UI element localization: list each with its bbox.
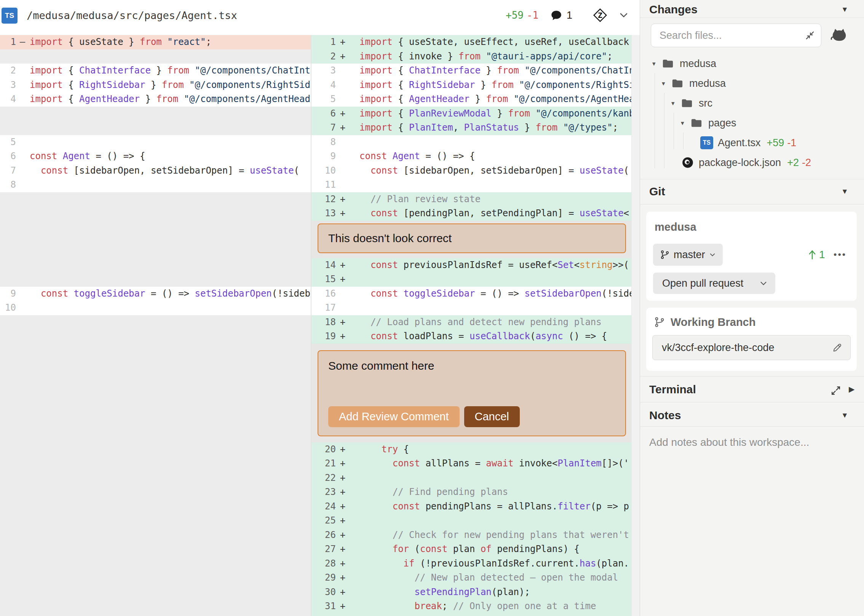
diff-right-cell[interactable]: 27+ for (const plan of pendingPlans) { — [311, 542, 631, 557]
code-line — [350, 178, 359, 192]
comment-input[interactable]: Some comment here — [328, 359, 615, 372]
diff-right-cell[interactable]: 8 — [311, 135, 631, 150]
diff-right-cell[interactable]: 30+ setPendingPlan(plan); — [311, 585, 631, 600]
collapse-file-chevron-icon[interactable] — [618, 11, 629, 20]
diff-right-cell[interactable]: 14+ const previousPlanIdsRef = useRef<Se… — [311, 258, 631, 273]
diff-row: 1017 — [0, 301, 631, 315]
expand-terminal-icon[interactable] — [830, 385, 841, 396]
diff-right-cell[interactable]: 25+ — [311, 514, 631, 528]
diff-right-cell[interactable]: 3import { ChatInterface } from "@/compon… — [311, 64, 631, 78]
diff-right-cell[interactable]: 16 const toggleSidebar = () => setSideba… — [311, 287, 631, 301]
diff-left-cell[interactable]: 8 — [0, 178, 311, 192]
diff-left-cell — [0, 107, 311, 121]
svg-text:Z: Z — [598, 11, 602, 20]
pull-request-options-button[interactable] — [752, 273, 775, 294]
tree-expand-chevron-icon[interactable]: ▾ — [671, 99, 681, 107]
diff-right-cell[interactable]: 19+ const loadPlans = useCallback(async … — [311, 329, 631, 344]
diff-right-cell[interactable]: 6+import { PlanReviewModal } from "@/com… — [311, 107, 631, 121]
tree-item-medusa[interactable]: ▾medusa — [640, 55, 864, 72]
review-comment-box[interactable]: This doesn't look correct — [318, 223, 626, 253]
z-diff-tool-icon[interactable]: Z — [591, 6, 609, 24]
diff-right-cell[interactable]: 7+import { PlanItem, PlanStatus } from "… — [311, 121, 631, 135]
tree-expand-chevron-icon[interactable]: ▾ — [681, 119, 691, 127]
github-icon[interactable] — [830, 27, 848, 45]
diff-right-cell[interactable]: 24+ const pendingPlans = allPlans.filter… — [311, 500, 631, 514]
package-lock-icon — [681, 156, 694, 169]
diff-left-cell[interactable]: 9 const toggleSidebar = () => setSidebar… — [0, 287, 311, 301]
line-number: 2 — [0, 64, 16, 78]
working-branch-field[interactable]: vk/3ccf-explore-the-code — [652, 335, 851, 360]
add-review-comment-button[interactable]: Add Review Comment — [328, 406, 460, 427]
cancel-button[interactable]: Cancel — [464, 406, 520, 427]
diff-row: 4import { AgentHeader } from "@/componen… — [0, 92, 631, 107]
notes-placeholder[interactable]: Add notes about this workspace... — [649, 436, 809, 448]
edit-branch-pencil-icon[interactable] — [832, 342, 843, 353]
diff-right-cell[interactable]: 4import { RightSidebar } from "@/compone… — [311, 78, 631, 93]
branch-selector[interactable]: master — [653, 244, 723, 266]
diff-left-cell — [0, 485, 311, 500]
tree-item-medusa[interactable]: ▾medusa — [640, 75, 864, 92]
git-collapse-chevron-icon[interactable]: ▼ — [841, 187, 848, 196]
open-pull-request-button[interactable]: Open pull request — [653, 273, 752, 294]
tree-item-label: medusa — [689, 78, 726, 89]
diff-right-cell[interactable]: 23+ // Find pending plans — [311, 485, 631, 500]
diff-scrollbar[interactable] — [631, 35, 640, 616]
diff-right-cell[interactable]: 10 const [sidebarOpen, setSidebarOpen] =… — [311, 164, 631, 178]
diff-right-cell[interactable]: 29+ // New plan detected – open the moda… — [311, 571, 631, 585]
diff-right-cell[interactable]: 5import { AgentHeader } from "@/componen… — [311, 92, 631, 107]
diff-right-cell[interactable]: 22+ — [311, 471, 631, 485]
diff-left-cell[interactable]: 1–import { useState } from "react"; — [0, 35, 311, 49]
diff-left-cell[interactable]: 6const Agent = () => { — [0, 149, 311, 164]
diff-left-cell — [0, 542, 311, 557]
tree-expand-chevron-icon[interactable]: ▾ — [662, 80, 672, 88]
notes-collapse-chevron-icon[interactable]: ▼ — [841, 411, 848, 420]
diff-right-cell[interactable]: 17 — [311, 301, 631, 315]
diff-sign — [16, 149, 29, 164]
diff-right-cell[interactable]: 20+ try { — [311, 442, 631, 457]
terminal-expand-chevron-icon[interactable]: ▶ — [849, 385, 854, 394]
diff-right-cell[interactable]: 1+import { useState, useEffect, useRef, … — [311, 35, 631, 49]
terminal-section-title: Terminal — [649, 383, 696, 396]
diff-left-cell[interactable]: 5 — [0, 135, 311, 150]
code-line — [350, 301, 359, 315]
diff-right-cell[interactable]: 13+ const [pendingPlan, setPendingPlan] … — [311, 206, 631, 221]
diff-right-cell[interactable]: 26+ // Check for new pending plans that … — [311, 528, 631, 543]
line-number: 8 — [0, 178, 16, 192]
tree-item-src[interactable]: ▾src — [640, 94, 864, 112]
diff-right-cell[interactable]: 9const Agent = () => { — [311, 149, 631, 164]
line-number: 3 — [0, 78, 16, 93]
divider — [640, 426, 864, 427]
code-line: } — [350, 614, 409, 616]
collapse-tree-icon[interactable] — [805, 30, 815, 40]
diff-right-cell[interactable]: 32+ } — [311, 614, 631, 616]
more-actions-icon[interactable]: ••• — [834, 244, 846, 266]
diff-right-cell[interactable]: 21+ const allPlans = await invoke<PlanIt… — [311, 456, 631, 471]
diff-right-cell[interactable]: 18+ // Load plans and detect new pending… — [311, 315, 631, 330]
diff-right-cell[interactable]: 11 — [311, 178, 631, 192]
diff-right-cell[interactable]: 15+ — [311, 272, 631, 287]
commits-ahead[interactable]: 1 — [808, 244, 825, 266]
tree-item-pages[interactable]: ▾pages — [640, 114, 864, 132]
tree-item-label: pages — [708, 117, 736, 129]
search-input[interactable] — [651, 30, 805, 41]
diff-left-cell — [0, 571, 311, 585]
changes-collapse-chevron-icon[interactable]: ▼ — [841, 5, 848, 14]
diff-left-cell[interactable]: 7 const [sidebarOpen, setSidebarOpen] = … — [0, 164, 311, 178]
diff-right-cell[interactable]: 2+import { invoke } from "@tauri-apps/ap… — [311, 49, 631, 64]
comments-icon[interactable] — [550, 9, 563, 22]
diff-left-cell[interactable]: 3import { RightSidebar } from "@/compone… — [0, 78, 311, 93]
diff-sign: + — [336, 557, 350, 571]
diff-row: 26+ // Check for new pending plans that … — [0, 528, 631, 543]
line-number: 31 — [311, 599, 336, 614]
diff-left-cell[interactable]: 2import { ChatInterface } from "@/compon… — [0, 64, 311, 78]
tree-item-agent-tsx[interactable]: TSAgent.tsx+59-1 — [640, 134, 864, 152]
diff-row: 21+ const allPlans = await invoke<PlanIt… — [0, 456, 631, 471]
diff-right-cell[interactable]: 12+ // Plan review state — [311, 192, 631, 207]
diff-left-cell[interactable]: 4import { AgentHeader } from "@/componen… — [0, 92, 311, 107]
diff-right-cell[interactable]: 28+ if (!previousPlanIdsRef.current.has(… — [311, 557, 631, 571]
tree-expand-chevron-icon[interactable]: ▾ — [652, 60, 662, 68]
diff-file-header: TS /medusa/medusa/src/pages/Agent.tsx +5… — [0, 0, 640, 35]
tree-item-package-lock-json[interactable]: package-lock.json+2-2 — [640, 154, 864, 171]
diff-right-cell[interactable]: 31+ break; // Only open one at a time — [311, 599, 631, 614]
diff-left-cell[interactable]: 10 — [0, 301, 311, 315]
